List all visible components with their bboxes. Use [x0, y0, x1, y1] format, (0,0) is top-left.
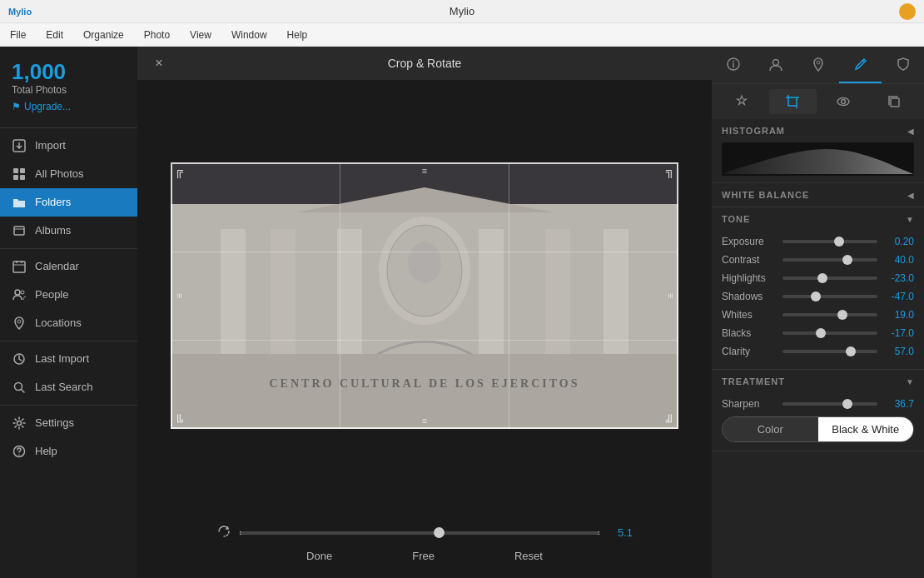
menu-help[interactable]: Help	[284, 27, 311, 42]
right-panel: HISTOGRAM ◀ WHITE BALANCE ◀ TONE ▼	[712, 47, 924, 578]
histogram-chart	[722, 142, 914, 176]
center-panel: × Crop & Rotate	[137, 47, 712, 578]
blacks-track	[782, 331, 877, 335]
histogram-title: HISTOGRAM	[722, 126, 785, 136]
tab-shield[interactable]	[882, 47, 924, 83]
shadows-thumb[interactable]	[811, 291, 821, 301]
blacks-thumb[interactable]	[816, 328, 826, 338]
treatment-section: TREATMENT ▼ Sharpen 36.7 Color Black & W…	[712, 370, 924, 451]
svg-point-18	[17, 421, 22, 425]
total-label: Total Photos	[12, 84, 126, 96]
white-balance-toggle[interactable]: ◀	[907, 191, 914, 200]
svg-rect-6	[14, 227, 24, 235]
svg-point-39	[733, 61, 734, 62]
edit-tab-eye[interactable]	[820, 89, 867, 114]
sharpen-thumb[interactable]	[842, 399, 852, 409]
exposure-value: 0.20	[884, 236, 914, 247]
handle-mid-right[interactable]: ≡	[663, 289, 677, 302]
exposure-label: Exposure	[722, 236, 776, 247]
handle-top-left[interactable]: ╔	[172, 164, 186, 177]
menu-file[interactable]: File	[7, 27, 29, 42]
sidebar-item-settings[interactable]: Settings	[0, 409, 137, 437]
sidebar-last-search-label: Last Search	[35, 381, 92, 393]
bw-button[interactable]: Black & White	[818, 417, 914, 441]
svg-point-41	[817, 61, 820, 64]
main-area: 1,000 Total Photos Upgrade... Import	[0, 47, 924, 578]
free-button[interactable]: Free	[405, 546, 441, 566]
reset-button[interactable]: Reset	[508, 546, 549, 566]
highlights-track	[782, 277, 877, 280]
angle-slider-input[interactable]	[240, 531, 599, 535]
sidebar-item-locations[interactable]: Locations	[0, 309, 137, 337]
handle-bottom-mid[interactable]: ≡	[418, 414, 431, 427]
sidebar-all-photos-label: All Photos	[35, 167, 84, 180]
edit-tab-auto[interactable]	[718, 89, 766, 114]
tab-info[interactable]	[712, 47, 754, 83]
menu-photo[interactable]: Photo	[141, 27, 173, 42]
handle-top-mid[interactable]: ≡	[418, 164, 431, 177]
sharpen-value: 36.7	[884, 398, 914, 410]
handle-bottom-left[interactable]: ╚	[172, 414, 186, 427]
highlights-value: -23.0	[884, 272, 914, 284]
white-balance-section: WHITE BALANCE ◀	[712, 183, 924, 207]
shadows-value: -47.0	[884, 291, 914, 302]
whites-value: 19.0	[884, 309, 914, 321]
sidebar-item-last-import[interactable]: Last Import	[0, 345, 137, 373]
svg-rect-36	[171, 162, 678, 429]
handle-mid-left[interactable]: ≡	[172, 289, 186, 302]
tone-header[interactable]: TONE ▼	[712, 207, 924, 231]
tone-sliders: Exposure 0.20 Contrast 40.0 Highli	[712, 231, 924, 369]
highlights-thumb[interactable]	[817, 273, 827, 283]
grid-icon	[12, 167, 27, 182]
calendar-icon	[12, 259, 27, 274]
help-icon	[12, 444, 27, 459]
sidebar-item-people[interactable]: People	[0, 281, 137, 309]
clarity-thumb[interactable]	[846, 346, 856, 356]
handle-bottom-right[interactable]: ╝	[663, 414, 677, 427]
tab-location[interactable]	[797, 47, 839, 83]
sidebar-item-albums[interactable]: Albums	[0, 217, 137, 245]
white-balance-header[interactable]: WHITE BALANCE ◀	[712, 183, 924, 207]
treatment-content: Sharpen 36.7 Color Black & White	[712, 393, 924, 451]
close-button[interactable]: ×	[149, 53, 169, 73]
menu-organize[interactable]: Organize	[80, 27, 127, 42]
treatment-header[interactable]: TREATMENT ▼	[712, 370, 924, 393]
sharpen-label: Sharpen	[722, 398, 776, 410]
sidebar-item-folders[interactable]: Folders	[0, 188, 137, 217]
sidebar-item-all-photos[interactable]: All Photos	[0, 160, 137, 188]
histogram-toggle[interactable]: ◀	[907, 127, 914, 136]
angle-value: 5.1	[608, 526, 633, 539]
menu-window[interactable]: Window	[228, 27, 271, 42]
sidebar-item-import[interactable]: Import	[0, 132, 137, 160]
menu-view[interactable]: View	[186, 27, 215, 42]
sidebar-import-label: Import	[35, 139, 66, 152]
edit-tab-copy[interactable]	[870, 89, 917, 114]
clarity-track	[782, 350, 877, 353]
tone-title: TONE	[722, 214, 750, 224]
edit-tab-crop[interactable]	[769, 89, 817, 114]
handle-top-right[interactable]: ╗	[663, 164, 677, 177]
tab-edit[interactable]	[839, 47, 882, 83]
menu-edit[interactable]: Edit	[42, 27, 67, 42]
tone-toggle[interactable]: ▼	[906, 215, 914, 224]
sidebar-item-last-search[interactable]: Last Search	[0, 373, 137, 401]
color-button[interactable]: Color	[723, 417, 818, 441]
treatment-toggle[interactable]: ▼	[906, 377, 914, 386]
sidebar-item-help[interactable]: Help	[0, 437, 137, 466]
folder-icon	[12, 195, 27, 210]
app-title: Mylio	[450, 5, 474, 17]
histogram-header[interactable]: HISTOGRAM ◀	[712, 119, 924, 142]
done-button[interactable]: Done	[300, 546, 339, 566]
crop-title: Crop & Rotate	[388, 57, 462, 70]
sidebar-item-calendar[interactable]: Calendar	[0, 252, 137, 281]
contrast-thumb[interactable]	[842, 255, 852, 265]
highlights-row: Highlights -23.0	[722, 272, 914, 284]
whites-track	[782, 313, 877, 316]
svg-point-49	[841, 100, 845, 104]
exposure-thumb[interactable]	[834, 237, 844, 247]
tab-people[interactable]	[754, 47, 797, 83]
app-icon	[899, 3, 916, 20]
whites-thumb[interactable]	[837, 310, 847, 320]
upgrade-link[interactable]: Upgrade...	[12, 101, 126, 112]
contrast-value: 40.0	[884, 254, 914, 266]
